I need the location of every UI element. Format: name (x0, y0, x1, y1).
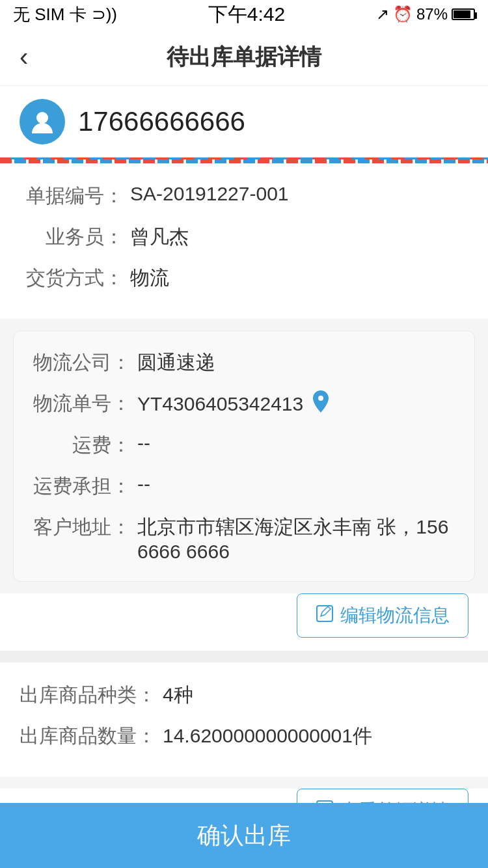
svg-point-0 (36, 112, 48, 124)
battery-text: 87% (416, 5, 448, 23)
carrier-text: 无 SIM 卡 (13, 3, 87, 26)
logistics-tracking-label: 物流单号： (27, 390, 131, 417)
logistics-tracking-row: 物流单号： YT43064053424​13 (27, 390, 461, 418)
confirm-button[interactable]: 确认出库 (0, 803, 488, 868)
goods-type-row: 出库商品种类： 4种 (20, 682, 468, 709)
status-left: 无 SIM 卡 ⊃)) (13, 3, 117, 26)
avatar (20, 99, 65, 144)
freight-bearer-label: 运费承担： (27, 473, 131, 500)
logistics-card: 物流公司： 圆通速递 物流单号： YT43064053424​13 运费： --… (13, 331, 475, 582)
goods-type-value: 4种 (163, 682, 468, 709)
status-bar: 无 SIM 卡 ⊃)) 下午4:42 ↗ ⏰ 87% (0, 0, 488, 29)
wifi-icon: ⊃)) (92, 5, 117, 25)
delivery-method-value: 物流 (130, 265, 468, 292)
doc-number-row: 单据编号： SA-20191227-001 (20, 183, 468, 210)
nav-bar: ‹ 待出库单据详情 (0, 29, 488, 86)
edit-icon (316, 604, 334, 627)
goods-quantity-label: 出库商品数量： (20, 723, 156, 750)
sales-person-label: 业务员： (20, 224, 124, 251)
section-divider (0, 651, 488, 662)
logistics-company-row: 物流公司： 圆通速递 (27, 349, 461, 376)
freight-bearer-row: 运费承担： -- (27, 473, 461, 500)
delivery-method-row: 交货方式： 物流 (20, 265, 468, 292)
goods-quantity-value: 14.620000000000001件 (163, 723, 468, 750)
doc-number-value: SA-20191227-001 (130, 183, 468, 205)
edit-logistics-button[interactable]: 编辑物流信息 (297, 593, 468, 638)
logistics-tracking-value: YT43064053424​13 (137, 390, 461, 418)
tracking-location-icon[interactable] (311, 390, 331, 418)
customer-header: 17666666666 (0, 86, 488, 159)
freight-row: 运费： -- (27, 432, 461, 459)
customer-phone: 17666666666 (78, 106, 245, 137)
address-row: 客户地址： 北京市市辖区海淀区永丰南 张，156 6666 6666 (27, 514, 461, 563)
address-label: 客户地址： (27, 514, 131, 541)
freight-label: 运费： (27, 432, 131, 459)
alarm-icon: ⏰ (393, 5, 413, 23)
page-title: 待出库单据详情 (167, 42, 321, 72)
goods-quantity-row: 出库商品数量： 14.620000000000001件 (20, 723, 468, 750)
edit-logistics-label: 编辑物流信息 (340, 603, 450, 628)
address-value: 北京市市辖区海淀区永丰南 张，156 6666 6666 (137, 514, 461, 563)
freight-value: -- (137, 432, 461, 454)
battery-icon (452, 8, 475, 20)
sales-person-value: 曾凡杰 (130, 224, 468, 251)
sales-person-row: 业务员： 曾凡杰 (20, 224, 468, 251)
goods-section: 出库商品种类： 4种 出库商品数量： 14.620000000000001件 (0, 662, 488, 777)
logistics-company-value: 圆通速递 (137, 349, 461, 376)
freight-bearer-value: -- (137, 473, 461, 495)
delivery-method-label: 交货方式： (20, 265, 124, 292)
status-time: 下午4:42 (208, 1, 285, 28)
goods-type-label: 出库商品种类： (20, 682, 156, 709)
document-info-section: 单据编号： SA-20191227-001 业务员： 曾凡杰 交货方式： 物流 (0, 163, 488, 319)
status-right: ↗ ⏰ 87% (376, 5, 475, 23)
back-button[interactable]: ‹ (20, 42, 28, 72)
doc-number-label: 单据编号： (20, 183, 124, 210)
location-status-icon: ↗ (376, 5, 389, 23)
logistics-company-label: 物流公司： (27, 349, 131, 376)
edit-btn-row: 编辑物流信息 (0, 593, 488, 651)
